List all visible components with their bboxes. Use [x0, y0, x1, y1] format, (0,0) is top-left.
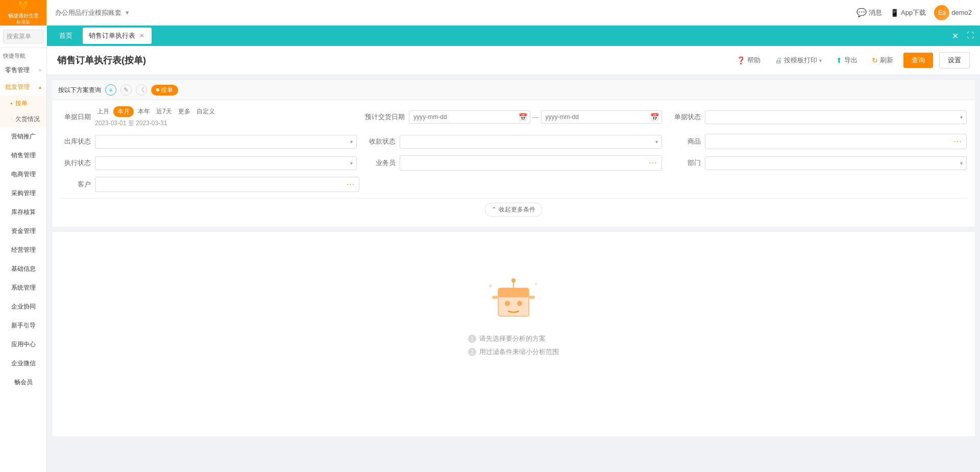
svg-rect-1 — [498, 288, 529, 297]
breadcrumb-arrow-icon[interactable]: ▾ — [126, 9, 129, 16]
date-tab-prev-month[interactable]: 上月 — [95, 106, 111, 117]
tab-active[interactable]: 销售订单执行表 ✕ — [83, 28, 152, 44]
receipt-status-select-wrap: ▾ — [400, 135, 662, 149]
sidebar-sub-item-backorder-label: 欠货情况 — [15, 115, 40, 124]
filter-expected-date-field: 预计交货日期 📅 — 📅 — [365, 110, 662, 124]
sidebar-item-retail[interactable]: 零售管理 ▾ — [0, 62, 46, 79]
fullscreen-icon[interactable]: ⛶ — [965, 29, 976, 43]
salesperson-selector-btn[interactable]: ··· — [649, 158, 657, 168]
sidebar-item-wechat[interactable]: 企业微信 — [0, 354, 46, 373]
sidebar-item-member[interactable]: 畅会员 — [0, 373, 46, 392]
filter-salesperson-field: 业务员 ··· — [365, 155, 662, 171]
date-range-text: 2023-03-01 至 2023-03-31 — [95, 119, 357, 128]
filter-header: 按以下方案查询 + ✎ 《 按单 — [52, 80, 975, 100]
date-tab-more[interactable]: 更多 — [176, 106, 192, 117]
sidebar-item-operations[interactable]: 经营管理 — [0, 241, 46, 259]
export-btn[interactable]: ⬆ 导出 — [832, 54, 862, 67]
date-tab-current-month[interactable]: 本月 — [113, 106, 134, 117]
date-tab-custom[interactable]: 自定义 — [194, 106, 217, 117]
tab-close-icon[interactable]: ✕ — [138, 32, 145, 40]
print-label: 按模板打印 — [784, 56, 817, 65]
sidebar-item-wholesale-label: 批发管理 — [5, 83, 30, 91]
chevron-down-icon: ▾ — [39, 67, 41, 73]
sidebar-item-operations-label: 经营管理 — [11, 246, 36, 254]
print-btn[interactable]: 🖨 按模板打印 ▾ — [771, 54, 826, 67]
help-btn[interactable]: ❓ 帮助 — [732, 54, 765, 67]
date-tab-last7[interactable]: 近7天 — [154, 106, 174, 117]
date-to-wrap: 📅 — [541, 110, 662, 124]
sidebar-item-inventory-label: 库存核算 — [11, 208, 36, 217]
sidebar-item-beginner[interactable]: 新手引导 — [0, 316, 46, 335]
date-tab-year[interactable]: 本年 — [136, 106, 152, 117]
dept-label: 部门 — [670, 158, 701, 168]
query-btn[interactable]: 查询 — [903, 53, 933, 68]
svg-point-5 — [511, 278, 516, 282]
refresh-btn[interactable]: ↻ 刷新 — [868, 54, 897, 67]
date-from-input[interactable] — [409, 110, 530, 124]
sidebar-item-wholesale[interactable]: 批发管理 ▴ — [0, 79, 46, 96]
filter-bill-status-field: 单据状态 ▾ — [670, 110, 967, 124]
bill-status-select[interactable] — [705, 110, 967, 124]
salesperson-label: 业务员 — [365, 158, 396, 168]
expected-date-label: 预计交货日期 — [365, 112, 405, 122]
sidebar-sub-item-backorder[interactable]: ○ 欠货情况 — [0, 111, 46, 127]
app-download-btn[interactable]: 📱 App下载 — [890, 8, 926, 17]
close-window-icon[interactable]: ✕ — [950, 29, 961, 43]
user-name: demo2 — [951, 9, 972, 16]
sidebar-item-system[interactable]: 系统管理 — [0, 278, 46, 297]
filter-dept-field: 部门 ▾ — [670, 156, 967, 170]
customer-label: 客户 — [60, 180, 91, 189]
collapse-more-btn[interactable]: ⌃ 收起更多条件 — [485, 203, 542, 217]
collapse-scheme-btn[interactable]: 《 — [136, 84, 147, 96]
sidebar-item-sales[interactable]: 销售管理 — [0, 146, 46, 165]
chevron-up-icon: ▴ — [39, 84, 41, 90]
date-field-label: 单据日期 — [60, 112, 91, 122]
messages-btn[interactable]: 💬 消息 — [856, 8, 882, 17]
filter-row-2: 出库状态 ▾ 收款状态 — [60, 134, 967, 149]
date-tabs: 上月 本月 本年 近7天 更多 自定义 — [95, 106, 357, 117]
svg-rect-7 — [529, 296, 535, 299]
search-menu-button[interactable]: 搜索菜单 — [3, 30, 43, 43]
sidebar-item-app-center[interactable]: 应用中心 — [0, 335, 46, 354]
tab-home[interactable]: 首页 — [51, 28, 81, 44]
edit-scheme-btn[interactable]: ✎ — [120, 84, 132, 96]
user-avatar-btn[interactable]: Ea demo2 — [934, 5, 972, 20]
date-to-input[interactable] — [541, 110, 662, 124]
filter-row-4: 客户 ··· — [60, 177, 967, 192]
svg-point-2 — [505, 301, 510, 306]
sidebar-item-ecommerce[interactable]: 电商管理 — [0, 165, 46, 184]
sidebar-item-basic-info[interactable]: 基础信息 — [0, 259, 46, 278]
active-scheme-tag[interactable]: 按单 — [151, 85, 178, 96]
out-status-select[interactable] — [95, 135, 357, 149]
tab-bar-right: ✕ ⛶ — [950, 29, 976, 43]
sidebar-item-marketing[interactable]: 营销推广 — [0, 127, 46, 146]
print-dropdown-icon[interactable]: ▾ — [819, 58, 822, 63]
sidebar-item-enterprise-label: 企业协同 — [11, 302, 36, 311]
settings-btn[interactable]: 设置 — [939, 52, 970, 68]
sidebar: 🧡 畅捷通好生意 标准版 搜索菜单 快捷导航 零售管理 ▾ 批发管理 ▴ ● 按… — [0, 0, 47, 472]
sidebar-item-enterprise[interactable]: 企业协同 — [0, 297, 46, 316]
sidebar-item-basic-info-label: 基础信息 — [11, 265, 36, 273]
filter-body: 单据日期 上月 本月 本年 近7天 更多 自定义 2023-03-01 至 20… — [52, 100, 975, 227]
logo-sub: 标准版 — [16, 19, 30, 26]
sidebar-item-finance[interactable]: 资金管理 — [0, 222, 46, 241]
sidebar-sub-item-order-exec[interactable]: ● 按单 — [0, 96, 46, 111]
top-header: 办公用品行业模拟账套 ▾ 💬 消息 📱 App下载 Ea demo2 — [47, 0, 980, 26]
filter-receipt-status-field: 收款状态 ▾ — [365, 135, 662, 149]
dept-select[interactable] — [705, 156, 967, 170]
date-separator: — — [532, 113, 539, 121]
sidebar-item-purchase[interactable]: 采购管理 — [0, 184, 46, 203]
bill-status-label: 单据状态 — [670, 112, 701, 122]
help-label: 帮助 — [747, 56, 761, 65]
add-scheme-btn[interactable]: + — [105, 84, 116, 96]
exec-status-select[interactable] — [95, 156, 357, 170]
refresh-label: 刷新 — [880, 56, 893, 65]
sidebar-item-marketing-label: 营销推广 — [11, 132, 36, 141]
receipt-status-select[interactable] — [400, 135, 662, 149]
svg-text:✦: ✦ — [534, 281, 538, 287]
product-selector-btn[interactable]: ··· — [954, 137, 962, 146]
question-icon: ❓ — [737, 56, 745, 64]
filter-out-status-field: 出库状态 ▾ — [60, 135, 357, 149]
sidebar-item-inventory[interactable]: 库存核算 — [0, 203, 46, 222]
customer-selector-btn[interactable]: ··· — [347, 180, 355, 189]
